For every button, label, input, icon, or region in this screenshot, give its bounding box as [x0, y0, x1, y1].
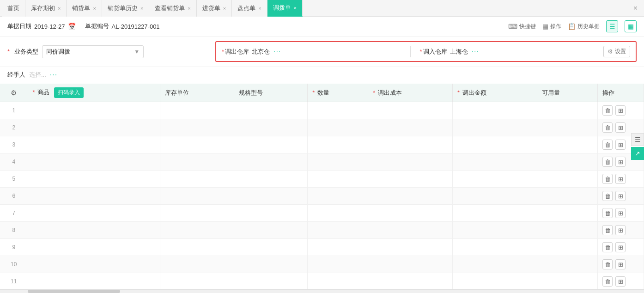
cost-cell-9[interactable]	[368, 239, 453, 256]
product-cell-10[interactable]	[28, 256, 160, 273]
cost-cell-5[interactable]	[368, 171, 453, 188]
close-tab-sales-order[interactable]: ×	[93, 6, 96, 11]
history-action[interactable]: 📋 历史单据	[568, 23, 600, 31]
cost-cell-1[interactable]	[368, 102, 453, 119]
tab-view-sales[interactable]: 查看销货单 ×	[149, 0, 196, 17]
cost-cell-8[interactable]	[368, 222, 453, 239]
amount-cell-11[interactable]	[453, 273, 537, 290]
qty-cell-4[interactable]	[308, 153, 368, 171]
copy-row-10[interactable]: ⊞	[615, 259, 626, 269]
delete-row-11[interactable]: 🗑	[602, 276, 613, 287]
qty-cell-9[interactable]	[308, 239, 368, 256]
amount-cell-9[interactable]	[453, 239, 537, 256]
copy-row-4[interactable]: ⊞	[615, 157, 626, 167]
copy-row-8[interactable]: ⊞	[615, 225, 626, 235]
delete-row-10[interactable]: 🗑	[602, 259, 613, 269]
qty-cell-3[interactable]	[308, 136, 368, 153]
qty-cell-5[interactable]	[308, 171, 368, 188]
delete-row-1[interactable]: 🗑	[602, 105, 613, 116]
settings-button[interactable]: ⚙ 设置	[603, 46, 630, 57]
amount-cell-5[interactable]	[453, 171, 537, 188]
tab-inventory-init[interactable]: 库存期初 ×	[25, 0, 67, 17]
handler-dots[interactable]: ···	[50, 71, 57, 79]
horizontal-scrollbar[interactable]	[0, 289, 644, 293]
calendar-icon[interactable]: 📅	[68, 23, 76, 30]
copy-row-3[interactable]: ⊞	[615, 140, 626, 150]
amount-cell-6[interactable]	[453, 188, 537, 205]
cost-cell-3[interactable]	[368, 136, 453, 153]
qty-cell-8[interactable]	[308, 222, 368, 239]
warehouse-in-dots[interactable]: ···	[472, 48, 479, 56]
amount-cell-2[interactable]	[453, 119, 537, 136]
product-cell-1[interactable]	[28, 102, 160, 119]
business-type-select[interactable]: 同价调拨 ▼	[42, 45, 144, 58]
cost-cell-7[interactable]	[368, 205, 453, 222]
delete-row-6[interactable]: 🗑	[602, 191, 613, 201]
product-cell-5[interactable]	[28, 171, 160, 188]
qty-cell-6[interactable]	[308, 188, 368, 205]
handler-select[interactable]: 选择...	[29, 71, 46, 79]
qty-cell-1[interactable]	[308, 102, 368, 119]
copy-row-2[interactable]: ⊞	[615, 122, 626, 133]
tab-home[interactable]: 首页	[2, 0, 25, 17]
close-tab-stocktaking[interactable]: ×	[258, 6, 261, 11]
delete-row-4[interactable]: 🗑	[602, 157, 613, 167]
delete-row-3[interactable]: 🗑	[602, 140, 613, 150]
copy-row-5[interactable]: ⊞	[615, 174, 626, 184]
copy-row-1[interactable]: ⊞	[615, 105, 626, 116]
copy-row-9[interactable]: ⊞	[615, 242, 626, 252]
close-all-tabs[interactable]: ×	[629, 4, 642, 12]
amount-cell-10[interactable]	[453, 256, 537, 273]
product-cell-3[interactable]	[28, 136, 160, 153]
product-cell-11[interactable]	[28, 273, 160, 290]
delete-row-2[interactable]: 🗑	[602, 122, 613, 133]
cost-cell-6[interactable]	[368, 188, 453, 205]
list-view-btn[interactable]: ☰	[606, 20, 618, 32]
product-cell-7[interactable]	[28, 205, 160, 222]
float-list-btn[interactable]: ☰	[631, 133, 644, 146]
product-cell-2[interactable]	[28, 119, 160, 136]
delete-row-8[interactable]: 🗑	[602, 225, 613, 235]
table-gear-icon[interactable]: ⚙	[11, 89, 17, 97]
qty-cell-7[interactable]	[308, 205, 368, 222]
tab-stocktaking[interactable]: 盘点单 ×	[232, 0, 267, 17]
product-cell-9[interactable]	[28, 239, 160, 256]
amount-cell-1[interactable]	[453, 102, 537, 119]
tab-purchase-order[interactable]: 进货单 ×	[197, 0, 232, 17]
warehouse-out-dots[interactable]: ···	[273, 48, 281, 56]
qty-cell-11[interactable]	[308, 273, 368, 290]
delete-row-5[interactable]: 🗑	[602, 174, 613, 184]
qty-cell-2[interactable]	[308, 119, 368, 136]
product-cell-8[interactable]	[28, 222, 160, 239]
amount-cell-7[interactable]	[453, 205, 537, 222]
delete-row-7[interactable]: 🗑	[602, 208, 613, 218]
copy-row-7[interactable]: ⊞	[615, 208, 626, 218]
product-cell-6[interactable]	[28, 188, 160, 205]
tab-sales-order[interactable]: 销货单 ×	[67, 0, 102, 17]
shortcuts-action[interactable]: ⌨ 快捷键	[508, 23, 536, 31]
tab-sales-history[interactable]: 销货单历史 ×	[102, 0, 149, 17]
close-tab-transfer[interactable]: ×	[294, 5, 297, 11]
qty-cell-10[interactable]	[308, 256, 368, 273]
amount-cell-8[interactable]	[453, 222, 537, 239]
amount-cell-3[interactable]	[453, 136, 537, 153]
scrollbar-thumb[interactable]	[28, 290, 120, 293]
cost-cell-10[interactable]	[368, 256, 453, 273]
amount-cell-4[interactable]	[453, 153, 537, 171]
float-export-btn[interactable]: ↗	[631, 147, 644, 160]
scan-entry-button[interactable]: 扫码录入	[54, 87, 84, 98]
tab-transfer[interactable]: 调拨单 ×	[267, 0, 303, 17]
close-tab-sales-history[interactable]: ×	[140, 6, 143, 11]
cost-cell-11[interactable]	[368, 273, 453, 290]
close-tab-purchase-order[interactable]: ×	[223, 6, 226, 11]
close-tab-view-sales[interactable]: ×	[188, 6, 190, 11]
close-tab-inventory-init[interactable]: ×	[58, 6, 61, 11]
copy-row-6[interactable]: ⊞	[615, 191, 626, 201]
grid-view-btn[interactable]: ▦	[625, 20, 637, 32]
product-cell-4[interactable]	[28, 153, 160, 171]
copy-row-11[interactable]: ⊞	[615, 276, 626, 287]
operations-action[interactable]: ▦ 操作	[542, 23, 561, 31]
cost-cell-4[interactable]	[368, 153, 453, 171]
delete-row-9[interactable]: 🗑	[602, 242, 613, 252]
cost-cell-2[interactable]	[368, 119, 453, 136]
